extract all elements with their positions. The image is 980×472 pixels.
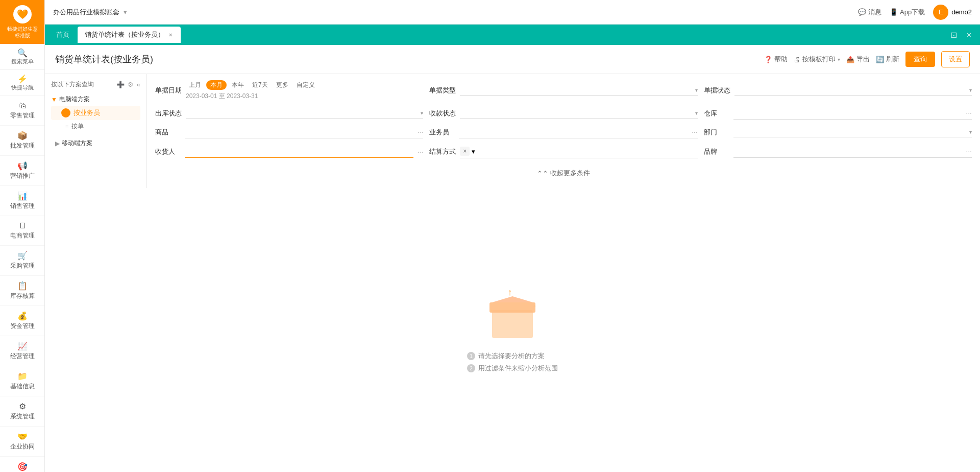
enterprise-icon: 🤝 xyxy=(17,432,28,441)
tab-expand-btn[interactable]: ⊡ xyxy=(946,30,961,40)
tab-close-btn[interactable]: ✕ xyxy=(167,31,174,39)
empty-tips: 1 请先选择要分析的方案 2 用过滤条件来缩小分析范围 xyxy=(467,351,558,373)
newbie-icon: 🎯 xyxy=(17,462,28,471)
refresh-btn[interactable]: 🔄 刷新 xyxy=(876,55,899,64)
filter-field-receiver: 收货人 ··· xyxy=(155,145,423,158)
collapse-sidebar-btn[interactable]: « xyxy=(137,81,140,88)
sidebar-item-wholesale[interactable]: 📦 批发管理 xyxy=(0,126,44,156)
pay-status-select[interactable]: ▾ xyxy=(460,108,697,119)
sidebar-item-marketing[interactable]: 📢 营销推广 xyxy=(0,156,44,186)
close-all-icon: ✕ xyxy=(966,31,972,39)
goods-dots[interactable]: ··· xyxy=(418,128,424,136)
scheme-item-by-order[interactable]: ≡ 按单 xyxy=(51,120,140,133)
empty-state: ↑ ✦ ✦ 1 请先选择要分析的方案 2 用过滤条件来缩小分析范围 xyxy=(45,188,980,472)
sidebar-item-basic[interactable]: 📁 基础信息 xyxy=(0,366,44,396)
page-header: 销货单统计表(按业务员) ❓ 帮助 🖨 按模板打印 ▾ 📤 导出 🔄 刷新 xyxy=(45,45,980,74)
date-tab-more[interactable]: 更多 xyxy=(273,80,291,90)
main-area: 办公用品行业模拟账套 ▾ 💬 消息 📱 App下载 E demo2 首页 xyxy=(45,0,980,472)
payment-clear-tag[interactable]: × xyxy=(460,147,470,156)
sidebar-search[interactable]: 🔍 搜索菜单 xyxy=(0,44,44,70)
goods-input[interactable]: ··· xyxy=(185,126,423,138)
help-label: 帮助 xyxy=(774,55,788,64)
user-menu[interactable]: E demo2 xyxy=(933,5,972,20)
tab-sales-stat-label: 销货单统计表（按业务员） xyxy=(85,30,164,39)
salesperson-dots[interactable]: ··· xyxy=(692,128,698,136)
doc-type-arrow: ▾ xyxy=(695,87,698,93)
out-status-arrow: ▾ xyxy=(421,110,423,116)
out-status-select[interactable]: ▾ xyxy=(186,108,423,119)
pc-scheme-arrow: ▼ xyxy=(51,96,57,103)
settings-button[interactable]: 设置 xyxy=(941,51,970,67)
tab-home-label: 首页 xyxy=(56,30,69,39)
user-name: demo2 xyxy=(951,8,972,16)
date-tab-this-year[interactable]: 本年 xyxy=(229,80,247,90)
date-tab-last-month[interactable]: 上月 xyxy=(186,80,204,90)
collapse-btn[interactable]: ⌃⌃ 收起更多条件 xyxy=(155,164,972,182)
edit-scheme-btn[interactable]: ⚙ xyxy=(128,81,134,88)
finance-icon: 💰 xyxy=(17,311,28,321)
department-select[interactable]: ▾ xyxy=(733,127,972,137)
pc-scheme-header[interactable]: ▼ 电脑端方案 xyxy=(51,93,140,106)
brand-dots[interactable]: ··· xyxy=(966,147,972,155)
add-scheme-btn[interactable]: ➕ xyxy=(116,81,125,88)
sidebar-item-zero-retail[interactable]: 🛍 零售管理 xyxy=(0,96,44,126)
receiver-dots[interactable]: ··· xyxy=(418,148,424,156)
filter-field-warehouse: 仓库 ··· xyxy=(704,107,972,120)
sidebar-item-ecommerce[interactable]: 🖥 电商管理 xyxy=(0,216,44,246)
sidebar-item-sales[interactable]: 📊 销售管理 xyxy=(0,186,44,216)
breadcrumb: 办公用品行业模拟账套 xyxy=(53,8,119,17)
message-label: 消息 xyxy=(868,8,881,17)
sidebar-nav: 🛍 零售管理 📦 批发管理 📢 营销推广 📊 销售管理 🖥 电商管理 🛒 采购管… xyxy=(0,96,44,472)
query-button[interactable]: 查询 xyxy=(905,52,935,67)
print-template-btn[interactable]: 🖨 按模板打印 ▾ xyxy=(794,55,840,64)
topbar: 办公用品行业模拟账套 ▾ 💬 消息 📱 App下载 E demo2 xyxy=(45,0,980,25)
pay-status-arrow: ▾ xyxy=(695,110,698,116)
sidebar-quick[interactable]: ⚡ 快捷导航 xyxy=(0,70,44,96)
doc-type-select[interactable]: ▾ xyxy=(460,85,697,96)
scheme-item-salesperson[interactable]: 按业务员 xyxy=(51,106,140,120)
date-tab-custom[interactable]: 自定义 xyxy=(293,80,318,90)
tip-num-2: 2 xyxy=(467,364,475,372)
sidebar-item-finance[interactable]: 💰 资金管理 xyxy=(0,306,44,336)
sidebar-item-system[interactable]: ⚙ 系统管理 xyxy=(0,396,44,427)
help-btn[interactable]: ❓ 帮助 xyxy=(764,55,788,64)
mobile-scheme-arrow: ▶ xyxy=(55,140,60,147)
app-download-btn[interactable]: 📱 App下载 xyxy=(890,8,925,17)
message-btn[interactable]: 💬 消息 xyxy=(858,8,881,17)
sidebar-item-newbie[interactable]: 🎯 新手引导 xyxy=(0,457,44,472)
salesperson-input[interactable]: ··· xyxy=(459,126,697,138)
doc-status-select[interactable]: ▾ xyxy=(734,85,972,96)
sidebar-item-operations[interactable]: 📈 经营管理 xyxy=(0,336,44,366)
warehouse-input[interactable]: ··· xyxy=(733,107,972,120)
warehouse-dots[interactable]: ··· xyxy=(966,109,972,117)
mobile-scheme-header[interactable]: ▶ 移动端方案 xyxy=(51,137,140,150)
tab-close-all-btn[interactable]: ✕ xyxy=(962,31,976,39)
tip-text-2: 用过滤条件来缩小分析范围 xyxy=(478,364,558,373)
topbar-left: 办公用品行业模拟账套 ▾ xyxy=(53,8,127,17)
help-icon: ❓ xyxy=(764,56,772,63)
brand-label: 品牌 xyxy=(704,147,729,156)
empty-tip-2: 2 用过滤条件来缩小分析范围 xyxy=(467,364,558,373)
sidebar-item-purchase[interactable]: 🛒 采购管理 xyxy=(0,246,44,276)
doc-status-arrow: ▾ xyxy=(969,87,972,93)
sidebar-item-enterprise[interactable]: 🤝 企业协同 xyxy=(0,427,44,457)
pc-scheme-label: 电脑端方案 xyxy=(59,95,90,104)
app-icon: 📱 xyxy=(890,8,898,16)
date-tab-7days[interactable]: 近7天 xyxy=(249,80,271,90)
marketing-icon: 📢 xyxy=(17,161,28,171)
tab-home[interactable]: 首页 xyxy=(49,27,77,43)
print-icon: 🖨 xyxy=(794,56,800,63)
date-tab-this-month[interactable]: 本月 xyxy=(206,80,227,90)
sidebar-item-inventory[interactable]: 📋 库存核算 xyxy=(0,276,44,306)
export-btn[interactable]: 📤 导出 xyxy=(846,55,870,64)
brand-input[interactable]: ··· xyxy=(733,145,972,158)
payment-select[interactable]: × ▾ xyxy=(460,145,697,158)
logo[interactable]: 🧡 畅捷进好生意标准版 xyxy=(0,0,44,44)
page-actions: ❓ 帮助 🖨 按模板打印 ▾ 📤 导出 🔄 刷新 查询 设置 xyxy=(764,51,970,67)
refresh-icon: 🔄 xyxy=(876,56,884,63)
receiver-input[interactable] xyxy=(185,146,413,158)
sidebar: 🧡 畅捷进好生意标准版 🔍 搜索菜单 ⚡ 快捷导航 🛍 零售管理 📦 批发管理 … xyxy=(0,0,45,472)
tab-sales-stat[interactable]: 销货单统计表（按业务员） ✕ xyxy=(78,27,181,43)
breadcrumb-dropdown-icon[interactable]: ▾ xyxy=(124,8,127,16)
basic-icon: 📁 xyxy=(17,371,28,381)
